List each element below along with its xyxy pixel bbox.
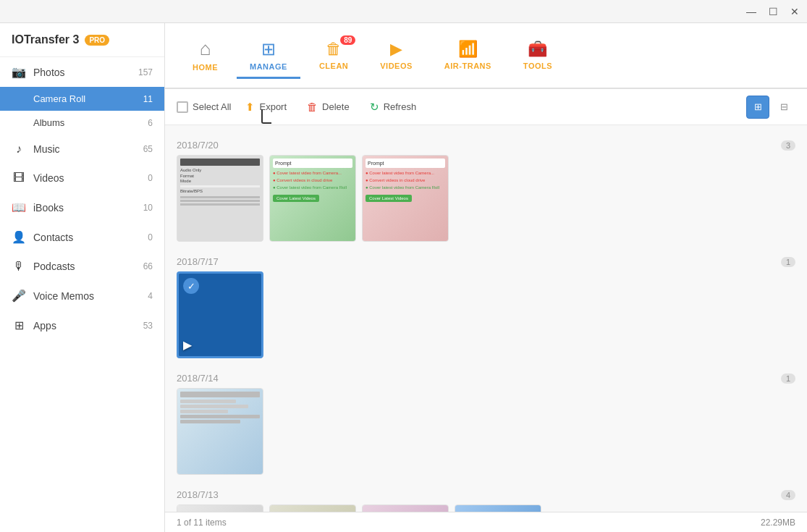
app-logo: IOTransfer 3 PRO [0, 23, 164, 57]
sidebar-item-videos[interactable]: 🎞 Videos 0 [0, 164, 164, 193]
date-section-20180717: 2018/7/17 1 ✓ ▶ [177, 250, 795, 358]
ibooks-count: 10 [138, 203, 153, 213]
ibooks-label: iBooks [33, 202, 131, 214]
grid-view-button[interactable]: ⊞ [746, 96, 769, 119]
sidebar-item-camera-roll[interactable]: Camera Roll 11 [0, 87, 164, 111]
date-section-20180713: 2018/7/13 4 [177, 484, 795, 512]
camera-roll-count: 11 [143, 94, 153, 104]
photo-grid-20180713 [177, 504, 795, 512]
sidebar: IOTransfer 3 PRO 📷 Photos 157 Camera Rol… [0, 23, 165, 532]
contacts-count: 0 [138, 232, 153, 242]
ibooks-icon: 📖 [12, 200, 26, 214]
photo-thumb[interactable] [177, 388, 263, 475]
voice-memos-icon: 🎤 [12, 289, 26, 303]
nav-item-home[interactable]: ⌂ HOME [179, 32, 231, 80]
apps-label: Apps [33, 320, 131, 332]
photos-count: 157 [138, 67, 153, 77]
refresh-label: Refresh [384, 101, 417, 112]
list-view-button[interactable]: ⊟ [772, 96, 795, 119]
total-size: 22.29MB [761, 518, 795, 528]
music-icon: ♪ [12, 143, 26, 156]
music-count: 65 [138, 144, 153, 154]
sidebar-label-photos: Photos [33, 67, 131, 78]
delete-icon: 🗑 [307, 101, 318, 113]
photo-grid-20180720: Audio Only Format Mode Bitrate/BPS P [177, 155, 795, 242]
delete-button[interactable]: 🗑 Delete [298, 96, 358, 117]
minimize-button[interactable]: — [745, 6, 758, 17]
nav-item-air-trans[interactable]: 📶 AIR-TRANS [431, 34, 504, 78]
sidebar-item-photos[interactable]: 📷 Photos 157 [0, 57, 164, 87]
photo-thumb[interactable]: Audio Only Format Mode Bitrate/BPS [177, 155, 263, 242]
albums-count: 6 [148, 118, 153, 128]
sidebar-item-voice-memos[interactable]: 🎤 Voice Memos 4 [0, 281, 164, 311]
date-count-20180714: 1 [781, 373, 795, 384]
export-icon: ⬆ [245, 101, 255, 114]
pro-badge: PRO [85, 35, 109, 46]
tools-nav-icon: 🧰 [528, 40, 547, 59]
photo-thumb[interactable] [269, 504, 356, 512]
home-nav-icon: ⌂ [200, 38, 211, 60]
title-bar: — ☐ ✕ [0, 0, 807, 23]
nav-item-clean[interactable]: 🗑 CLEAN 89 [306, 34, 361, 78]
photo-thumb[interactable] [455, 504, 541, 512]
contacts-label: Contacts [33, 232, 131, 243]
videos-nav-label: VIDEOS [380, 62, 413, 70]
main-area: ⌂ HOME ⊞ MANAGE 🗑 CLEAN 89 ▶ VIDEOS � [165, 23, 807, 532]
photo-thumb[interactable] [362, 504, 449, 512]
date-header-20180717: 2018/7/17 1 [177, 250, 795, 271]
podcasts-label: Podcasts [33, 261, 131, 272]
air-trans-icon: 📶 [458, 40, 478, 59]
view-toggle: ⊞ ⊟ [746, 96, 795, 119]
close-button[interactable]: ✕ [788, 6, 801, 17]
manage-nav-label: MANAGE [250, 62, 287, 71]
photo-thumb[interactable]: Prompt ● Cover latest video from Camera.… [269, 155, 356, 242]
select-all-checkbox[interactable]: Select All [177, 101, 231, 113]
date-label-20180717: 2018/7/17 [177, 256, 219, 267]
date-count-20180713: 4 [781, 490, 795, 500]
refresh-button[interactable]: ↻ Refresh [361, 96, 426, 118]
date-label-20180713: 2018/7/13 [177, 489, 219, 500]
select-all-label: Select All [193, 101, 231, 112]
video-play-icon: ▶ [183, 338, 192, 352]
photo-thumb[interactable]: Prompt ● Cover latest video from Camera.… [362, 155, 449, 242]
photo-thumb[interactable] [177, 504, 263, 512]
clean-nav-label: CLEAN [319, 62, 348, 70]
air-trans-label: AIR-TRANS [444, 62, 491, 70]
date-section-20180720: 2018/7/20 3 Audio Only Format Mode Bitra… [177, 134, 795, 242]
logo-text: IOTransfer 3 [12, 33, 79, 46]
sidebar-item-albums[interactable]: Albums 6 [0, 111, 164, 135]
toolbar: Select All ⬆ Export 🗑 Delete ↻ Refresh ⊞ [165, 89, 807, 125]
albums-label: Albums [33, 117, 148, 128]
photo-area[interactable]: 2018/7/20 3 Audio Only Format Mode Bitra… [165, 125, 807, 512]
podcasts-count: 66 [138, 261, 153, 271]
date-header-20180714: 2018/7/14 1 [177, 367, 795, 388]
videos-label: Videos [33, 172, 131, 184]
maximize-button[interactable]: ☐ [766, 6, 779, 17]
videos-sidebar-icon: 🎞 [12, 172, 26, 185]
manage-nav-icon: ⊞ [261, 39, 276, 59]
photo-thumb-video[interactable]: ✓ ▶ [177, 271, 263, 358]
nav-item-tools[interactable]: 🧰 TOOLS [510, 34, 565, 78]
items-count: 1 of 11 items [177, 518, 227, 528]
nav-item-manage[interactable]: ⊞ MANAGE [237, 33, 300, 79]
checkbox[interactable] [177, 101, 188, 113]
sidebar-item-podcasts[interactable]: 🎙 Podcasts 66 [0, 252, 164, 281]
contacts-icon: 👤 [12, 230, 26, 244]
sidebar-item-contacts[interactable]: 👤 Contacts 0 [0, 222, 164, 252]
delete-label: Delete [322, 101, 350, 112]
photo-grid-20180714 [177, 388, 795, 475]
nav-item-videos[interactable]: ▶ VIDEOS [367, 34, 426, 78]
apps-icon: ⊞ [12, 318, 26, 332]
sidebar-item-music[interactable]: ♪ Music 65 [0, 135, 164, 164]
sidebar-item-ibooks[interactable]: 📖 iBooks 10 [0, 193, 164, 222]
top-nav: ⌂ HOME ⊞ MANAGE 🗑 CLEAN 89 ▶ VIDEOS � [165, 23, 807, 89]
photos-icon: 📷 [12, 65, 26, 79]
sidebar-item-apps[interactable]: ⊞ Apps 53 [0, 311, 164, 340]
grid-view-icon: ⊞ [754, 101, 762, 112]
tools-nav-label: TOOLS [523, 62, 552, 70]
clean-badge: 89 [340, 35, 355, 45]
date-header-20180720: 2018/7/20 3 [177, 134, 795, 155]
clean-nav-icon: 🗑 [326, 40, 342, 59]
export-button[interactable]: ⬆ Export [237, 96, 295, 118]
photo-grid-20180717: ✓ ▶ [177, 271, 795, 358]
